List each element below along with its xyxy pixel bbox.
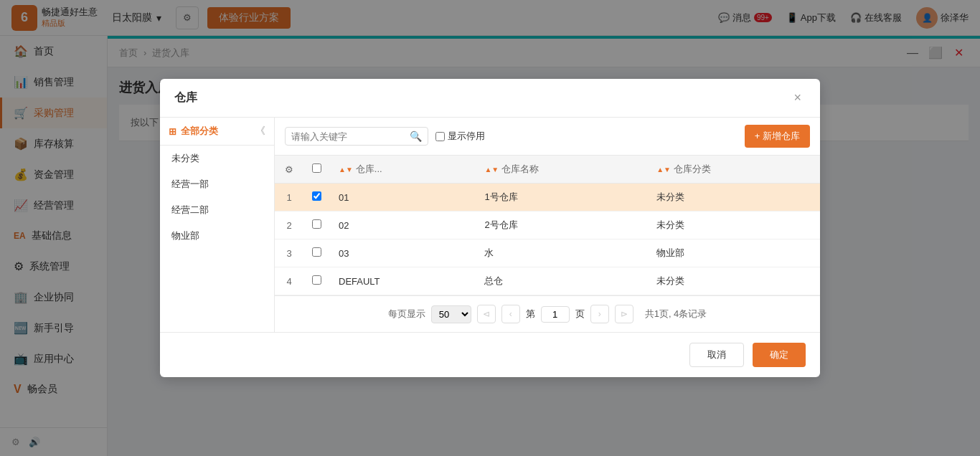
row-num: 4 <box>275 267 303 295</box>
sort-category-icon: ▲▼ <box>656 166 671 174</box>
settings-col-icon: ⚙ <box>285 164 293 175</box>
table-row[interactable]: 3 03 水 物业部 <box>275 239 820 267</box>
table-toolbar: 🔍 显示停用 + 新增仓库 <box>275 118 820 156</box>
table-panel: 🔍 显示停用 + 新增仓库 ⚙ <box>275 118 820 332</box>
category-list: 未分类 经营一部 经营二部 物业部 <box>160 146 274 332</box>
col-settings: ⚙ <box>275 156 303 184</box>
row-category: 未分类 <box>648 212 820 239</box>
table-row[interactable]: 1 01 1号仓库 未分类 <box>275 184 820 212</box>
table-row[interactable]: 2 02 2号仓库 未分类 <box>275 212 820 239</box>
sort-name-icon: ▲▼ <box>484 166 499 174</box>
modal-overlay: 仓库 × ⊞ 全部分类 《 未分类 经营一部 经营二部 物业部 <box>0 0 980 456</box>
category-panel: ⊞ 全部分类 《 未分类 经营一部 经营二部 物业部 <box>160 118 275 332</box>
show-disabled-checkbox[interactable] <box>435 132 445 141</box>
table-row[interactable]: 4 DEFAULT 总仓 未分类 <box>275 267 820 295</box>
modal-header: 仓库 × <box>160 79 820 118</box>
category-item-dept1[interactable]: 经营一部 <box>160 171 274 197</box>
row-checkbox-cell <box>303 184 330 212</box>
search-box: 🔍 <box>285 127 428 146</box>
col-code: ▲▼ 仓库... <box>330 156 476 184</box>
cancel-button[interactable]: 取消 <box>689 343 744 367</box>
warehouse-table: ⚙ ▲▼ 仓库... <box>275 156 820 295</box>
row-checkbox-cell <box>303 239 330 267</box>
modal-body: ⊞ 全部分类 《 未分类 经营一部 经营二部 物业部 <box>160 118 820 332</box>
show-disabled-text: 显示停用 <box>448 130 485 143</box>
modal-title: 仓库 <box>174 90 197 105</box>
row-name: 2号仓库 <box>476 212 648 239</box>
search-icon: 🔍 <box>410 130 422 142</box>
per-page-select[interactable]: 50 10 20 100 <box>431 305 471 323</box>
row-name: 水 <box>476 239 648 267</box>
row-code: 02 <box>330 212 476 239</box>
row-checkbox[interactable] <box>312 247 321 257</box>
last-page-button[interactable]: ⊳ <box>615 305 633 323</box>
category-header: ⊞ 全部分类 《 <box>160 118 274 146</box>
select-all-checkbox[interactable] <box>312 163 321 173</box>
add-warehouse-button[interactable]: + 新增仓库 <box>745 125 810 148</box>
sort-icon: ▲▼ <box>339 166 353 174</box>
row-checkbox[interactable] <box>312 275 321 285</box>
category-item-uncat[interactable]: 未分类 <box>160 146 274 171</box>
row-name: 1号仓库 <box>476 184 648 212</box>
page-label: 第 <box>526 308 535 320</box>
row-category: 物业部 <box>648 239 820 267</box>
warehouse-modal: 仓库 × ⊞ 全部分类 《 未分类 经营一部 经营二部 物业部 <box>160 79 820 377</box>
row-checkbox[interactable] <box>312 191 321 201</box>
per-page-label: 每页显示 <box>388 308 425 320</box>
row-checkbox-cell <box>303 212 330 239</box>
modal-close-button[interactable]: × <box>789 89 806 107</box>
page-input[interactable] <box>541 306 570 323</box>
show-disabled-label: 显示停用 <box>435 130 485 143</box>
col-checkbox <box>303 156 330 184</box>
row-code: DEFAULT <box>330 267 476 295</box>
row-name: 总仓 <box>476 267 648 295</box>
first-page-button[interactable]: ⊲ <box>477 305 496 323</box>
row-num: 1 <box>275 184 303 212</box>
modal-footer: 取消 确定 <box>160 332 820 377</box>
category-item-dept2[interactable]: 经营二部 <box>160 197 274 223</box>
category-title: ⊞ 全部分类 <box>169 125 218 138</box>
row-num: 2 <box>275 212 303 239</box>
category-item-property[interactable]: 物业部 <box>160 223 274 249</box>
confirm-button[interactable]: 确定 <box>753 343 806 367</box>
page-unit: 页 <box>575 308 585 320</box>
row-checkbox-cell <box>303 267 330 295</box>
next-page-button[interactable]: › <box>590 305 609 323</box>
grid-icon: ⊞ <box>169 126 176 137</box>
col-name: ▲▼ 仓库名称 <box>476 156 648 184</box>
search-input[interactable] <box>291 131 405 142</box>
total-info: 共1页, 4条记录 <box>645 308 707 320</box>
row-checkbox[interactable] <box>312 219 321 229</box>
table-container: ⚙ ▲▼ 仓库... <box>275 156 820 295</box>
col-category: ▲▼ 仓库分类 <box>648 156 820 184</box>
pagination-bar: 每页显示 50 10 20 100 ⊲ ‹ 第 页 › ⊳ 共1页, 4条记录 <box>275 295 820 332</box>
row-category: 未分类 <box>648 184 820 212</box>
row-category: 未分类 <box>648 267 820 295</box>
category-collapse-button[interactable]: 《 <box>255 125 265 138</box>
row-code: 03 <box>330 239 476 267</box>
row-num: 3 <box>275 239 303 267</box>
prev-page-button[interactable]: ‹ <box>501 305 520 323</box>
row-code: 01 <box>330 184 476 212</box>
category-title-label: 全部分类 <box>181 125 218 138</box>
